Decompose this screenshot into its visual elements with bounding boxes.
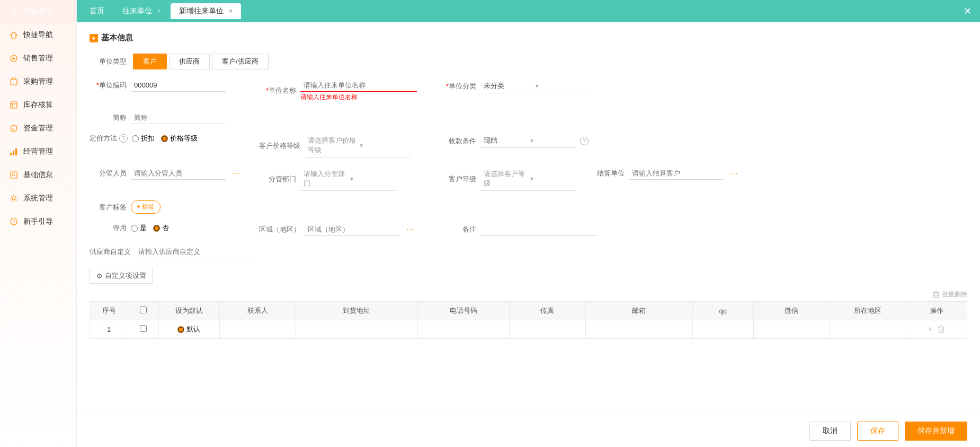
td-fax-1[interactable] <box>509 320 585 339</box>
remark-input[interactable] <box>480 223 597 236</box>
row-email-input[interactable] <box>591 326 687 334</box>
disabled-field: 停用 是 否 <box>90 223 259 233</box>
table-select-all[interactable] <box>140 306 147 313</box>
pricing-discount-radio[interactable] <box>132 135 139 142</box>
sidebar-item-system[interactable]: 系统管理 <box>0 187 76 210</box>
batch-delete-label: 批量删除 <box>942 290 967 299</box>
customer-level-field: 客户等级 请选择客户等级 ▼ <box>439 167 587 191</box>
row-checkbox-1[interactable] <box>140 325 147 332</box>
disabled-no-option[interactable]: 否 <box>153 223 169 233</box>
customer-level-placeholder: 请选择客户等级 <box>484 169 527 188</box>
th-contact: 联系人 <box>219 302 296 320</box>
payment-terms-help-icon[interactable]: ? <box>580 137 589 145</box>
category-arrow-icon: ▼ <box>534 83 583 89</box>
pricing-discount-option[interactable]: 折扣 <box>132 134 155 143</box>
sidebar-system-label: 系统管理 <box>23 194 53 203</box>
custom-settings-button[interactable]: ⚙ 自定义项设置 <box>90 268 153 284</box>
row-default-radio[interactable] <box>177 326 184 333</box>
category-dropdown[interactable]: 未分类 ▼ <box>480 79 586 93</box>
batch-delete-button[interactable]: 批量删除 <box>932 290 967 299</box>
td-addr-1[interactable] <box>296 320 417 339</box>
manager-input[interactable] <box>131 167 226 180</box>
save-button[interactable]: 保存 <box>857 422 898 441</box>
settlement-input[interactable] <box>629 167 724 180</box>
customer-price-dropdown[interactable]: 请选择客户价格等级 ▼ <box>305 134 411 157</box>
row-delete-btn[interactable]: 🗑 <box>937 325 946 334</box>
table-header: 序号 设为默认 联系人 到货地址 电话号码 传真 邮箱 qq 微信 所在地区 <box>90 302 967 320</box>
save-new-button[interactable]: 保存并新增 <box>905 422 967 441</box>
row-default-radio-label[interactable]: 默认 <box>164 325 214 334</box>
td-checkbox-1[interactable] <box>128 320 159 339</box>
tab-home-label: 首页 <box>90 6 104 16</box>
unit-btn-both[interactable]: 客户/供应商 <box>212 54 269 69</box>
name-field: *单位名称 请输入往来单位名称 <box>259 79 439 102</box>
disabled-no-radio[interactable] <box>153 225 160 232</box>
region-more-btn[interactable]: ··· <box>404 225 415 234</box>
sidebar-item-basic-info[interactable]: 基础信息 <box>0 163 76 187</box>
region-input[interactable] <box>305 223 400 236</box>
department-dropdown[interactable]: 请输入分管部门 ▼ <box>300 167 396 191</box>
disabled-yes-radio[interactable] <box>131 225 138 232</box>
unit-btn-customer[interactable]: 客户 <box>133 54 167 69</box>
add-tag-button[interactable]: + 标签 <box>131 200 161 214</box>
sidebar-item-inventory[interactable]: 库存核算 <box>0 93 76 117</box>
short-name-input[interactable] <box>131 111 226 124</box>
tab-home[interactable]: 首页 <box>81 3 113 19</box>
row-addr-input[interactable] <box>301 326 412 334</box>
sidebar-item-operations[interactable]: 经营管理 <box>0 140 76 163</box>
pricing-level-option[interactable]: 价格等级 <box>161 134 198 143</box>
name-input[interactable] <box>300 79 417 92</box>
cancel-button[interactable]: 取消 <box>809 422 851 441</box>
form-footer: 取消 保存 保存并新增 <box>77 415 980 447</box>
add-tag-label: + 标签 <box>137 203 155 212</box>
sidebar-item-finance[interactable]: ¥ 资金管理 <box>0 117 76 140</box>
pricing-level-radio[interactable] <box>161 135 168 142</box>
customer-level-label: 客户等级 <box>439 174 476 184</box>
department-placeholder: 请输入分管部门 <box>304 169 347 188</box>
sidebar-item-search[interactable]: 搜索菜单 <box>0 0 76 23</box>
td-email-1[interactable] <box>585 320 692 339</box>
th-email: 邮箱 <box>585 302 692 320</box>
td-qq-1[interactable] <box>692 320 753 339</box>
row-qq-input[interactable] <box>698 326 748 334</box>
td-region-1[interactable] <box>830 320 906 339</box>
td-wechat-1[interactable] <box>753 320 830 339</box>
row-region-input[interactable] <box>835 326 901 334</box>
tab-new-partner[interactable]: 新增往来单位 × <box>171 3 241 19</box>
supplier-custom-input[interactable] <box>135 246 252 258</box>
row-add-btn[interactable]: + <box>928 325 932 334</box>
window-close-button[interactable]: ✕ <box>959 5 976 17</box>
td-default-1[interactable]: 默认 <box>158 320 219 339</box>
settlement-more-btn[interactable]: ··· <box>728 169 740 178</box>
row-phone-input[interactable] <box>423 326 504 334</box>
customer-price-placeholder: 请选择客户价格等级 <box>308 136 357 155</box>
td-contact-1[interactable] <box>219 320 296 339</box>
unit-type-row: 单位类型 客户 供应商 客户/供应商 <box>90 54 967 69</box>
sidebar-item-quick-nav[interactable]: 快捷导航 <box>0 23 76 47</box>
payment-terms-value: 现结 <box>484 136 527 145</box>
tab-partners-close[interactable]: × <box>157 7 161 15</box>
disabled-yes-option[interactable]: 是 <box>131 223 147 233</box>
row-fax-input[interactable] <box>515 326 580 334</box>
td-phone-1[interactable] <box>418 320 510 339</box>
tab-new-partner-close[interactable]: × <box>229 7 233 15</box>
manager-more-btn[interactable]: ··· <box>230 169 242 178</box>
manager-row: 分管人员 ··· 分管部门 请输入分管部门 ▼ 客户等级 请选择客户等级 ▼ 结… <box>90 167 967 191</box>
customer-level-dropdown[interactable]: 请选择客户等级 ▼ <box>480 167 576 191</box>
sidebar-item-sales[interactable]: 销售管理 <box>0 47 76 70</box>
disabled-no-label: 否 <box>162 223 169 233</box>
sidebar-item-guide[interactable]: ? 新手引导 <box>0 210 76 233</box>
tab-partners[interactable]: 往来单位 × <box>114 3 170 19</box>
th-addr: 到货地址 <box>296 302 417 320</box>
row-wechat-input[interactable] <box>759 326 824 334</box>
sidebar-item-purchase[interactable]: 采购管理 <box>0 70 76 93</box>
sidebar-purchase-label: 采购管理 <box>23 77 53 86</box>
manager-label: 分管人员 <box>90 169 127 178</box>
row-contact-input[interactable] <box>225 326 290 334</box>
tab-partners-label: 往来单位 <box>122 6 152 16</box>
unit-btn-supplier[interactable]: 供应商 <box>169 54 210 69</box>
pricing-help-icon[interactable]: ? <box>119 134 128 143</box>
th-wechat: 微信 <box>753 302 830 320</box>
payment-terms-dropdown[interactable]: 现结 ▼ <box>480 134 576 148</box>
svg-rect-14 <box>15 148 17 155</box>
